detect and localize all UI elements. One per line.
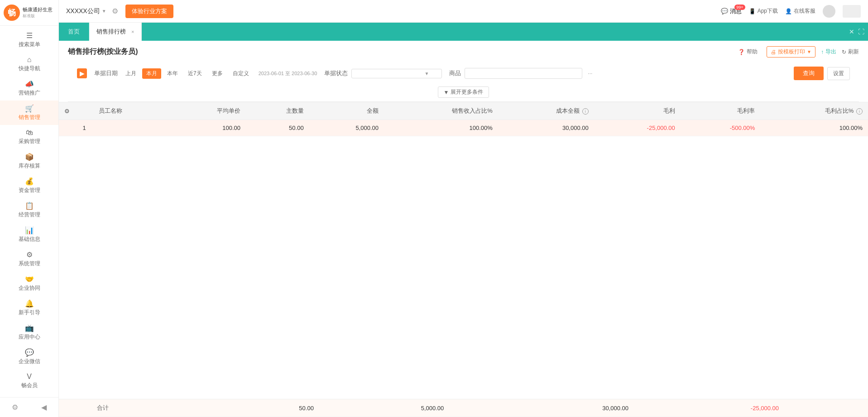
help-button[interactable]: ❓ 帮助 (734, 46, 761, 58)
sidebar-item-label: 经营管理 (19, 211, 40, 219)
col-avg-price: 平均单价 (169, 102, 245, 120)
sidebar-item-member[interactable]: V 畅会员 (0, 369, 58, 393)
goods-filter-group: 商品 ··· (449, 68, 592, 79)
search-menu-icon: ☰ (26, 31, 33, 40)
app-download-action[interactable]: 📱 App下载 (749, 7, 778, 15)
sidebar-item-wechat[interactable]: 💬 企业微信 (0, 345, 58, 369)
sidebar-collapse-icon[interactable]: ◀ (39, 401, 48, 413)
sidebar-item-basic[interactable]: 📊 基础信息 (0, 222, 58, 247)
row-cost-cell: 30,000.00 (498, 120, 594, 136)
col-settings[interactable]: ⚙ (59, 102, 75, 120)
export-icon: ↑ (821, 49, 824, 55)
footer-margin-cell (784, 399, 826, 417)
service-icon: 👤 (785, 8, 792, 14)
page-title: 销售排行榜(按业务员) (68, 47, 138, 57)
topbar-settings-icon[interactable]: ⚙ (112, 7, 118, 15)
goods-input[interactable] (465, 68, 582, 79)
template-print-button[interactable]: 🖨 按模板打印 ▼ (767, 46, 815, 58)
tab-close-icon[interactable]: × (131, 29, 134, 34)
query-button[interactable]: 查询 (794, 67, 824, 80)
date-tab-this-year[interactable]: 本年 (163, 68, 182, 79)
date-tab-last-month[interactable]: 上月 (121, 68, 140, 79)
sidebar-item-label: 应用中心 (19, 333, 40, 341)
member-icon: V (27, 373, 32, 381)
tab-sales-ranking[interactable]: 销售排行榜 × (89, 23, 142, 41)
sidebar-item-enterprise[interactable]: 🤝 企业协同 (0, 271, 58, 296)
page-title-row: 销售排行榜(按业务员) ❓ 帮助 🖨 按模板打印 ▼ ↑ 导出 (68, 46, 859, 58)
sidebar-item-marketing[interactable]: 📣 营销推广 (0, 76, 58, 101)
refresh-button[interactable]: ↻ 刷新 (842, 48, 859, 56)
col-name: 员工名称 (93, 102, 169, 120)
company-selector[interactable]: XXXXX公司 ▼ (66, 7, 106, 15)
sidebar-item-guide[interactable]: 🔔 新手引导 (0, 296, 58, 320)
trial-button[interactable]: 体验行业方案 (125, 5, 173, 18)
sidebar-item-inventory[interactable]: 📦 库存核算 (0, 149, 58, 173)
tabbar-right: ✕ ⛶ (849, 28, 868, 35)
settings-small-button[interactable]: 设置 (827, 67, 850, 80)
sidebar-item-finance[interactable]: 💰 资金管理 (0, 173, 58, 198)
sidebar-bottom: ⚙ ◀ (0, 397, 58, 417)
sidebar-item-label: 营销推广 (19, 89, 40, 97)
export-button[interactable]: ↑ 导出 (821, 48, 836, 56)
help-label: 帮助 (747, 48, 758, 56)
sidebar-item-shortcuts[interactable]: ⌂ 快捷导航 (0, 52, 58, 76)
filter-expand-button[interactable]: ▶ (77, 68, 87, 78)
sidebar-item-label: 企业协同 (19, 284, 40, 292)
date-tab-7days[interactable]: 近7天 (184, 68, 206, 79)
print-icon: 🖨 (771, 49, 776, 55)
user-avatar[interactable] (823, 5, 835, 18)
sidebar-item-label: 采购管理 (19, 138, 40, 145)
sidebar-item-operations[interactable]: 📋 经营管理 (0, 198, 58, 222)
row-profit-cell: -25,000.00 (594, 120, 681, 136)
col-rank (75, 102, 93, 120)
sidebar-item-label: 库存核算 (19, 162, 40, 170)
col-sales-pct: 销售收入占比% (384, 102, 498, 120)
tab-maximize-icon[interactable]: ⛶ (858, 28, 864, 35)
date-tab-this-month[interactable]: 本月 (142, 68, 161, 79)
footer-sales-pct-cell (449, 399, 491, 417)
row-rank-cell: 1 (75, 120, 93, 136)
marketing-icon: 📣 (25, 80, 34, 88)
apps-icon: 📺 (25, 324, 34, 332)
sidebar-item-system[interactable]: ⚙ 系统管理 (0, 247, 58, 271)
sidebar-item-purchase[interactable]: 🛍 采购管理 (0, 125, 58, 149)
profit-pct-info-icon[interactable]: i (856, 108, 863, 115)
row-amount-cell: 5,000.00 (309, 120, 384, 136)
table-header-row: ⚙ 员工名称 平均单价 主数量 全额 销售收入占比% 成本全额 i 毛利 毛利率 (59, 102, 868, 120)
tab-home[interactable]: 首页 (59, 23, 89, 41)
sidebar-item-sales[interactable]: 🛒 销售管理 (0, 101, 58, 125)
date-tab-custom[interactable]: 自定义 (229, 68, 253, 79)
notification-area[interactable]: 💬 消息 99+ (721, 7, 742, 15)
col-cost: 成本全额 i (498, 102, 594, 120)
footer-profit-pct-cell (826, 399, 868, 417)
sales-icon: 🛒 (25, 104, 34, 113)
online-service-action[interactable]: 👤 在线客服 (785, 7, 815, 15)
data-table: ⚙ 员工名称 平均单价 主数量 全额 销售收入占比% 成本全额 i 毛利 毛利率 (59, 102, 868, 136)
sidebar-settings-icon[interactable]: ⚙ (10, 401, 20, 413)
cost-info-icon[interactable]: i (582, 108, 589, 115)
filter-bar: ▶ 单据日期 上月 本月 本年 近7天 更多 自定义 2023-06-01 至 … (68, 62, 859, 85)
expand-more-button[interactable]: ▼ 展开更多条件 (438, 86, 489, 98)
sidebar-item-search[interactable]: ☰ 搜索菜单 (0, 28, 58, 52)
refresh-label: 刷新 (848, 48, 859, 56)
more-filters-icon[interactable]: ··· (588, 70, 592, 77)
date-filter-label: 单据日期 (94, 69, 118, 77)
status-filter-label: 单据状态 (324, 69, 348, 77)
status-select[interactable]: ▼ (351, 69, 442, 78)
date-tab-more[interactable]: 更多 (208, 68, 227, 79)
col-amount: 全额 (309, 102, 384, 120)
tabbar: 首页 销售排行榜 × ✕ ⛶ (59, 23, 868, 41)
sidebar-item-label: 资金管理 (19, 187, 40, 194)
row-margin-cell: -500.00% (681, 120, 761, 136)
print-label: 按模板打印 (778, 48, 805, 56)
status-select-arrow-icon: ▼ (424, 71, 429, 76)
footer-label-cell: 合计 (91, 399, 179, 417)
sidebar-item-apps[interactable]: 📺 应用中心 (0, 320, 58, 345)
expand-more-row: ▼ 展开更多条件 (68, 85, 859, 102)
purchase-icon: 🛍 (26, 129, 33, 137)
row-avg-price-cell: 100.00 (169, 120, 245, 136)
tab-close-window-icon[interactable]: ✕ (849, 28, 854, 35)
logo-icon: 畅 (4, 5, 20, 21)
user-name-area (843, 5, 861, 18)
page-actions: ❓ 帮助 🖨 按模板打印 ▼ ↑ 导出 ↻ 刷新 (734, 46, 859, 58)
